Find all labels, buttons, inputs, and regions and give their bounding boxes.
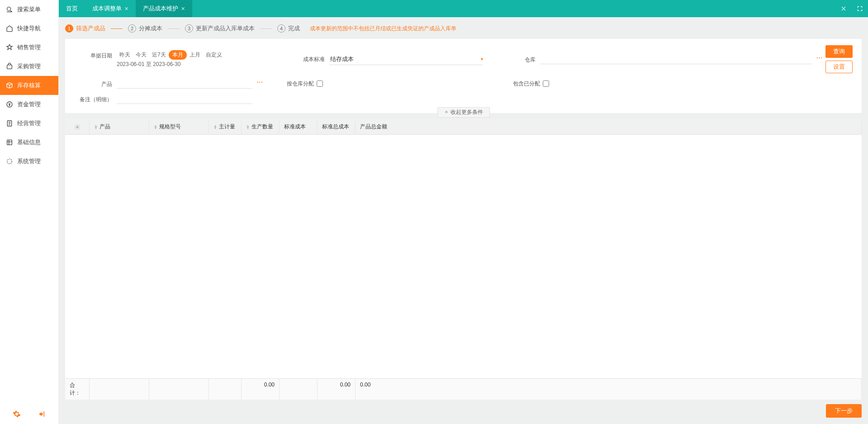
search-icon [5, 5, 14, 14]
filter-panel: 单据日期 昨天 今天 近7天 本月 上月 自定义 2023- [65, 39, 862, 113]
step-label: 完成 [288, 24, 300, 33]
column-stdtotal[interactable]: 标准总成本 [318, 119, 356, 134]
step-4[interactable]: 4 完成 [277, 24, 300, 33]
column-total[interactable]: 产品总金额 [356, 119, 862, 134]
sidebar-item-label: 经营管理 [17, 119, 41, 127]
svg-rect-9 [7, 140, 12, 145]
sidebar-item-purchase[interactable]: 采购管理 [0, 57, 58, 76]
query-button[interactable]: 查询 [825, 45, 853, 58]
svg-point-0 [7, 7, 11, 11]
tab-cost-adjust[interactable]: 成本调整单 ✕ [85, 0, 136, 17]
sidebar-item-label: 基础信息 [17, 138, 41, 146]
date-range[interactable]: 2023-06-01 至 2023-06-30 [117, 61, 225, 68]
sidebar-item-inventory[interactable]: 库存核算 [0, 76, 58, 95]
home-icon [5, 24, 14, 33]
table-header: ▲▼产品 ▲▼规格型号 ▲▼主计量 ▲▼生产数量 标准成本 标准总成本 产品总金… [65, 119, 862, 135]
table-panel: ▲▼产品 ▲▼规格型号 ▲▼主计量 ▲▼生产数量 标准成本 标准总成本 产品总金… [65, 119, 862, 400]
column-label: 标准总成本 [322, 123, 349, 131]
date-preset-custom[interactable]: 自定义 [203, 50, 225, 60]
svg-point-12 [7, 159, 12, 164]
date-preset-yesterday[interactable]: 昨天 [117, 50, 133, 60]
column-label: 规格型号 [159, 123, 181, 131]
close-icon[interactable]: ✕ [181, 6, 185, 12]
column-label: 主计量 [219, 123, 235, 131]
by-warehouse-checkbox[interactable] [317, 80, 323, 87]
tab-home[interactable]: 首页 [59, 0, 85, 17]
date-preset-month[interactable]: 本月 [169, 50, 187, 60]
select-value: 结存成本 [329, 54, 481, 65]
include-allocated-checkbox[interactable] [543, 80, 549, 87]
sidebar-footer [0, 405, 58, 424]
money-icon [5, 100, 14, 108]
date-sep: 至 [146, 61, 152, 67]
box-icon [5, 81, 14, 90]
warehouse-more-icon[interactable]: ··· [814, 54, 825, 61]
tab-product-cost[interactable]: 产品成本维护 ✕ [136, 0, 192, 17]
sidebar-item-label: 搜索菜单 [17, 5, 41, 14]
sidebar-item-label: 采购管理 [17, 62, 41, 71]
step-number: 4 [277, 24, 285, 33]
date-preset-7days[interactable]: 近7天 [149, 50, 169, 60]
fullscreen-button[interactable] [852, 0, 868, 17]
close-icon[interactable]: ✕ [124, 6, 128, 12]
svg-rect-13 [43, 411, 44, 417]
warehouse-label: 仓库 [513, 54, 540, 64]
column-unit[interactable]: ▲▼主计量 [209, 119, 242, 134]
warehouse-input[interactable] [540, 54, 812, 64]
column-qty[interactable]: ▲▼生产数量 [242, 119, 280, 134]
column-product[interactable]: ▲▼产品 [90, 119, 149, 134]
step-label: 筛选产成品 [76, 24, 105, 33]
date-presets: 昨天 今天 近7天 本月 上月 自定义 [117, 50, 225, 60]
sort-icon: ▲▼ [94, 125, 98, 129]
date-preset-today[interactable]: 今天 [133, 50, 149, 60]
cost-standard-select[interactable]: 结存成本 ▾ [329, 54, 483, 65]
next-button[interactable]: 下一步 [826, 404, 862, 418]
date-label: 单据日期 [74, 50, 117, 60]
main: 首页 成本调整单 ✕ 产品成本维护 ✕ 1 筛选产成品 [59, 0, 868, 424]
step-3[interactable]: 3 更新产成品入库单成本 [185, 24, 255, 33]
column-label: 产品 [100, 123, 110, 131]
date-from: 2023-06-01 [117, 61, 144, 67]
step-number: 1 [65, 24, 73, 33]
column-stdcost[interactable]: 标准成本 [280, 119, 318, 134]
product-more-icon[interactable]: ··· [254, 79, 266, 85]
footer-qty: 0.00 [242, 379, 280, 400]
column-spec[interactable]: ▲▼规格型号 [149, 119, 209, 134]
sales-icon [5, 43, 14, 52]
step-1[interactable]: 1 筛选产成品 [65, 24, 105, 33]
close-all-button[interactable] [835, 0, 852, 17]
sidebar-item-label: 资金管理 [17, 100, 41, 108]
gear-icon[interactable] [13, 410, 21, 419]
sidebar-item-system[interactable]: 系统管理 [0, 152, 58, 171]
footer-label: 合计： [65, 379, 90, 400]
step-2[interactable]: 2 分摊成本 [128, 24, 162, 33]
column-label: 产品总金额 [360, 123, 387, 131]
collapse-icon[interactable] [38, 410, 46, 419]
sidebar-item-baseinfo[interactable]: 基础信息 [0, 133, 58, 152]
step-line [260, 28, 272, 29]
footer-total: 0.00 [356, 379, 862, 400]
sidebar-item-quicknav[interactable]: 快捷导航 [0, 19, 58, 38]
collapse-toggle[interactable]: 收起更多条件 [437, 107, 490, 118]
chevron-down-icon: ▾ [481, 57, 483, 61]
settings-button[interactable]: 设置 [825, 61, 853, 73]
sidebar-item-funds[interactable]: 资金管理 [0, 95, 58, 114]
remarks-label: 备注（明细） [74, 94, 117, 104]
gear-icon [74, 124, 81, 130]
step-number: 3 [185, 24, 193, 33]
report-icon [5, 119, 14, 127]
chevron-up-icon [444, 110, 449, 115]
sidebar-item-label: 销售管理 [17, 43, 41, 52]
settings-icon [5, 157, 14, 165]
date-preset-lastmonth[interactable]: 上月 [187, 50, 203, 60]
sidebar-item-business[interactable]: 经营管理 [0, 114, 58, 133]
tabs: 首页 成本调整单 ✕ 产品成本维护 ✕ [59, 0, 868, 17]
column-gear[interactable] [65, 119, 90, 134]
sidebar-item-search[interactable]: 搜索菜单 [0, 0, 58, 19]
sidebar-item-sales[interactable]: 销售管理 [0, 38, 58, 57]
product-input[interactable] [117, 79, 252, 89]
page-footer: 下一步 [65, 400, 862, 418]
remarks-input[interactable] [117, 94, 252, 104]
by-warehouse-label: 按仓库分配 [287, 80, 314, 88]
sidebar-item-label: 库存核算 [17, 81, 41, 90]
